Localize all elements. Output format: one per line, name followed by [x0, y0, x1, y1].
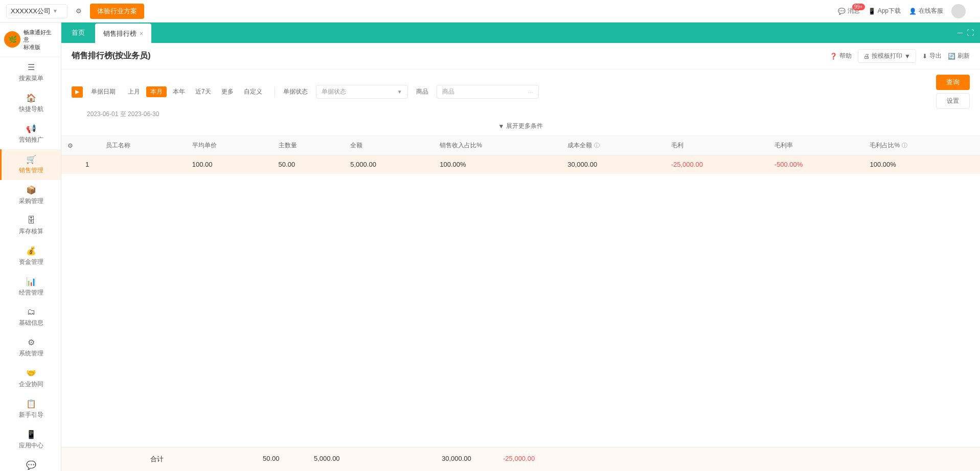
- sidebar-item-label: 营销推广: [19, 136, 43, 144]
- sidebar-item-label: 系统管理: [19, 349, 43, 358]
- date-filter-label: 单据日期: [91, 87, 116, 96]
- cell-gross-rate: -500.00%: [768, 155, 864, 174]
- date-tab-last-7days[interactable]: 近7天: [191, 86, 215, 97]
- sidebar-item-basic-info[interactable]: 🗂 基础信息: [0, 302, 61, 332]
- sidebar-item-quick-nav[interactable]: 🏠 快捷导航: [0, 88, 61, 119]
- col-amount: 全额: [344, 136, 434, 155]
- date-tab-last-month[interactable]: 上月: [124, 86, 144, 97]
- tab-actions: ─ ⛶: [958, 29, 980, 37]
- sidebar-item-onboarding[interactable]: 📋 新手引导: [0, 394, 61, 424]
- company-selector[interactable]: XXXXXX公司 ▼: [6, 4, 67, 18]
- date-tab-current-year[interactable]: 本年: [169, 86, 189, 97]
- table-header-row: ⚙ 员工名称 平均单价 主数量 全额 销售收入占比% 成本全额 ⓘ 毛利 毛利率…: [61, 136, 980, 155]
- cell-sales-pct: 100.00%: [434, 155, 561, 174]
- col-gross-rate: 毛利率: [768, 136, 864, 155]
- filter-settings-button[interactable]: 设置: [936, 93, 970, 109]
- filter-toggle-icon[interactable]: ▶: [72, 86, 83, 98]
- sidebar-item-system[interactable]: ⚙ 系统管理: [0, 332, 61, 363]
- expand-filters-button[interactable]: ▼ 展开更多条件: [498, 122, 543, 130]
- footer-amount: 5,000.00: [308, 453, 369, 466]
- app-download-button[interactable]: 📱 App下载: [868, 7, 901, 15]
- query-button[interactable]: 查询: [936, 75, 970, 90]
- finance-icon: 💰: [26, 246, 36, 256]
- sidebar-item-label: 销售管理: [19, 166, 43, 175]
- operations-icon: 📊: [26, 277, 36, 286]
- tab-fullscreen-icon[interactable]: ⛶: [967, 29, 974, 37]
- filter-row-main: ▶ 单据日期 上月 本月 本年 近7天 更多 自定义 单据状态: [72, 75, 970, 109]
- cost-info-icon[interactable]: ⓘ: [594, 142, 600, 148]
- footer-sales-pct: [369, 453, 436, 466]
- onboarding-icon: 📋: [26, 399, 36, 409]
- sidebar-item-purchase[interactable]: 📦 采购管理: [0, 180, 61, 211]
- cell-amount: 5,000.00: [344, 155, 434, 174]
- avatar[interactable]: [951, 4, 966, 18]
- date-tab-current-month[interactable]: 本月: [146, 86, 167, 97]
- sidebar-item-marketing[interactable]: 📢 营销推广: [0, 119, 61, 149]
- cell-gross: -25,000.00: [665, 155, 768, 174]
- help-button[interactable]: ❓ 帮助: [830, 52, 852, 60]
- date-range-display: 2023-06-01 至 2023-06-30: [72, 110, 970, 119]
- export-icon: ⬇: [922, 53, 927, 60]
- cell-avg-price: 100.00: [186, 155, 272, 174]
- refresh-button[interactable]: 🔄 刷新: [948, 52, 970, 60]
- sidebar-item-label: 企业协同: [19, 380, 43, 389]
- marketing-icon: 📢: [26, 124, 36, 133]
- page-header: 销售排行榜(按业务员) ❓ 帮助 🖨 按模板打印 ▼ ⬇ 导出: [61, 43, 980, 70]
- col-gross-pct: 毛利占比% ⓘ: [863, 136, 980, 155]
- sidebar-item-label: 新手引导: [19, 411, 43, 419]
- gross-pct-info-icon[interactable]: ⓘ: [902, 142, 907, 148]
- inventory-icon: 🗄: [27, 216, 35, 225]
- quick-nav-icon: 🏠: [26, 93, 36, 103]
- col-qty: 主数量: [272, 136, 345, 155]
- tab-close-icon[interactable]: ×: [140, 30, 143, 37]
- sales-icon: 🛒: [26, 154, 36, 164]
- goods-placeholder: 商品: [442, 87, 454, 96]
- footer-cost: 30,000.00: [436, 453, 497, 466]
- online-service-button[interactable]: 👤 在线客服: [909, 7, 943, 15]
- logo-text: 畅康通好生意标准版: [24, 29, 57, 51]
- tab-sales-ranking[interactable]: 销售排行榜 ×: [95, 24, 151, 44]
- settings-icon[interactable]: ⚙: [72, 4, 86, 18]
- company-name: XXXXXX公司: [11, 7, 51, 16]
- footer-gross-pct: [571, 453, 583, 466]
- sidebar-item-app-center[interactable]: 📱 应用中心: [0, 424, 61, 455]
- message-button[interactable]: 💬 消息 99+: [838, 7, 860, 15]
- trial-button[interactable]: 体验行业方案: [90, 4, 144, 19]
- sales-ranking-table: ⚙ 员工名称 平均单价 主数量 全额 销售收入占比% 成本全额 ⓘ 毛利 毛利率…: [61, 136, 980, 174]
- sidebar-item-finance[interactable]: 💰 资金管理: [0, 241, 61, 272]
- tab-home[interactable]: 首页: [61, 23, 95, 43]
- print-button[interactable]: 🖨 按模板打印 ▼: [858, 49, 916, 63]
- sidebar-item-label: 库存核算: [19, 227, 43, 236]
- cell-qty: 50.00: [272, 155, 345, 174]
- export-button[interactable]: ⬇ 导出: [922, 52, 942, 60]
- sidebar-item-label: 搜索菜单: [19, 74, 43, 83]
- sidebar-item-enterprise-collab[interactable]: 🤝 企业协同: [0, 363, 61, 394]
- goods-input[interactable]: 商品 ···: [437, 85, 539, 99]
- date-tabs: 上月 本月 本年 近7天 更多 自定义: [124, 86, 266, 97]
- date-tab-more[interactable]: 更多: [217, 86, 238, 97]
- page-title: 销售排行榜(按业务员): [72, 51, 151, 61]
- col-cost: 成本全额 ⓘ: [561, 136, 665, 155]
- basic-info-icon: 🗂: [27, 307, 35, 317]
- sidebar-item-inventory[interactable]: 🗄 库存核算: [0, 211, 61, 241]
- expand-icon: ▼: [498, 123, 505, 130]
- footer-avg-price: [206, 453, 257, 466]
- col-settings[interactable]: ⚙: [61, 136, 79, 155]
- footer-label: [67, 453, 103, 466]
- sidebar-item-label: 采购管理: [19, 197, 43, 206]
- sidebar-item-sales[interactable]: 🛒 销售管理: [0, 149, 61, 180]
- expand-filters-row: ▼ 展开更多条件: [72, 122, 970, 130]
- service-icon: 👤: [909, 8, 917, 15]
- refresh-icon: 🔄: [948, 53, 955, 60]
- cell-employee: [100, 155, 186, 174]
- sidebar-item-enterprise-wechat[interactable]: 💬 企业微信: [0, 455, 61, 471]
- sidebar-item-operations[interactable]: 📊 经营管理: [0, 272, 61, 302]
- print-chevron-icon: ▼: [904, 53, 910, 60]
- tab-minimize-icon[interactable]: ─: [958, 29, 963, 37]
- cell-cost: 30,000.00: [561, 155, 665, 174]
- cell-empty: [61, 155, 79, 174]
- status-select[interactable]: 单据状态 ▼: [316, 85, 408, 99]
- col-employee: 员工名称: [100, 136, 186, 155]
- date-tab-custom[interactable]: 自定义: [240, 86, 266, 97]
- sidebar-item-search-order[interactable]: ☰ 搜索菜单: [0, 57, 61, 88]
